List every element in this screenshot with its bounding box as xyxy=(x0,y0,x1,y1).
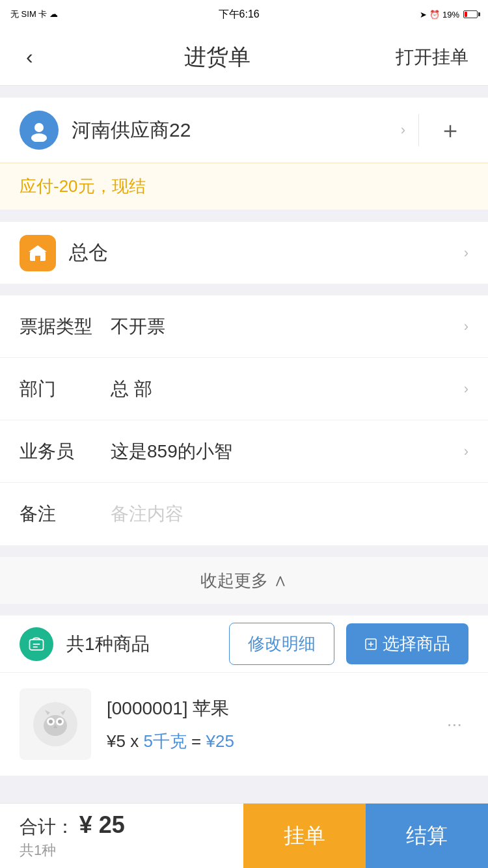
invoice-type-value: 不开票 xyxy=(111,314,457,339)
back-button[interactable]: ‹ xyxy=(20,38,40,75)
product-thumbnail xyxy=(20,688,91,760)
quantity: 5千克 xyxy=(143,731,186,751)
top-divider xyxy=(0,86,488,98)
product-code: [0000001] xyxy=(107,698,193,718)
total-count: 共1种 xyxy=(20,841,224,860)
invoice-type-row[interactable]: 票据类型 不开票 › xyxy=(0,295,488,358)
main-content: 河南供应商22 › ＋ 应付-20元，现结 总仓 › 票据类型 不开票 › 部门 xyxy=(0,86,488,841)
battery-percent: 19% xyxy=(442,10,459,20)
invoice-type-chevron-icon: › xyxy=(464,318,468,335)
svg-rect-4 xyxy=(35,256,40,261)
status-time: 下午6:16 xyxy=(219,8,260,21)
products-header: 共1种商品 修改明细 选择商品 xyxy=(0,616,488,673)
svg-marker-3 xyxy=(29,245,47,252)
payment-notice: 应付-20元，现结 xyxy=(0,163,488,210)
warehouse-row[interactable]: 总仓 › xyxy=(0,221,488,284)
product-price: ¥5 x 5千克 = ¥25 xyxy=(107,730,441,753)
total-amount: ¥ 25 xyxy=(79,811,125,838)
supplier-name: 河南供应商22 xyxy=(72,117,394,144)
equals: = xyxy=(191,731,206,751)
product-name: [0000001] 苹果 xyxy=(107,696,441,721)
collapse-row[interactable]: 收起更多 ∧ xyxy=(0,557,488,604)
product-info: [0000001] 苹果 ¥5 x 5千克 = ¥25 xyxy=(107,696,441,753)
products-section: 共1种商品 修改明细 选择商品 xyxy=(0,616,488,776)
warehouse-chevron-icon: › xyxy=(464,245,468,262)
product-title: 苹果 xyxy=(193,698,229,718)
supplier-card: 河南供应商22 › ＋ 应付-20元，现结 xyxy=(0,98,488,210)
svg-rect-7 xyxy=(33,646,38,647)
total-section: 合计： ¥ 25 共1种 xyxy=(0,804,243,868)
warehouse-icon xyxy=(20,235,56,271)
total-row: 合计： ¥ 25 xyxy=(20,811,224,839)
invoice-type-label: 票据类型 xyxy=(20,314,111,339)
svg-point-0 xyxy=(34,123,44,132)
remark-label: 备注 xyxy=(20,502,111,526)
bottom-bar: 合计： ¥ 25 共1种 挂单 结算 xyxy=(0,803,488,868)
remark-placeholder: 备注内容 xyxy=(111,502,468,526)
collapse-label: 收起更多 ∧ xyxy=(200,569,287,592)
department-value: 总 部 xyxy=(111,377,457,401)
status-signal: 无 SIM 卡 ☁ xyxy=(10,8,58,20)
subtotal: ¥25 xyxy=(206,731,234,751)
salesperson-label: 业务员 xyxy=(20,439,111,464)
salesperson-value: 这是859的小智 xyxy=(111,439,457,464)
total-label: 合计： xyxy=(20,817,74,837)
status-battery: ➤ ⏰ 19% xyxy=(420,10,478,20)
select-product-button[interactable]: 选择商品 xyxy=(346,623,468,664)
remark-row[interactable]: 备注 备注内容 xyxy=(0,483,488,545)
products-icon xyxy=(20,627,53,661)
supplier-avatar xyxy=(20,111,59,150)
svg-rect-6 xyxy=(33,644,40,645)
products-count: 共1种商品 xyxy=(66,632,229,657)
hold-button[interactable]: 挂单 xyxy=(243,804,366,868)
add-button[interactable]: ＋ xyxy=(432,108,468,153)
open-pending-button[interactable]: 打开挂单 xyxy=(396,45,468,70)
status-bar: 无 SIM 卡 ☁ 下午6:16 ➤ ⏰ 19% xyxy=(0,0,488,29)
supplier-chevron-icon: › xyxy=(401,122,405,139)
department-row[interactable]: 部门 总 部 › xyxy=(0,358,488,420)
svg-point-1 xyxy=(31,133,47,142)
department-label: 部门 xyxy=(20,377,111,401)
form-section: 票据类型 不开票 › 部门 总 部 › 业务员 这是859的小智 › 备注 备注… xyxy=(0,295,488,545)
svg-point-16 xyxy=(58,720,62,724)
select-product-label: 选择商品 xyxy=(383,632,450,655)
page-title: 进货单 xyxy=(184,42,251,72)
battery-icon xyxy=(463,10,478,18)
checkout-button[interactable]: 结算 xyxy=(366,804,488,868)
nav-bar: ‹ 进货单 打开挂单 xyxy=(0,29,488,86)
product-item: [0000001] 苹果 ¥5 x 5千克 = ¥25 ··· xyxy=(0,673,488,776)
warehouse-name: 总仓 xyxy=(69,239,457,266)
salesperson-chevron-icon: › xyxy=(464,443,468,460)
edit-detail-button[interactable]: 修改明细 xyxy=(229,623,334,665)
salesperson-row[interactable]: 业务员 这是859的小智 › xyxy=(0,420,488,483)
supplier-row[interactable]: 河南供应商22 › ＋ xyxy=(0,98,488,163)
department-chevron-icon: › xyxy=(464,381,468,398)
supplier-divider xyxy=(418,114,419,146)
unit-price: ¥5 x xyxy=(107,731,143,751)
product-more-button[interactable]: ··· xyxy=(441,707,468,741)
svg-point-15 xyxy=(49,720,53,724)
